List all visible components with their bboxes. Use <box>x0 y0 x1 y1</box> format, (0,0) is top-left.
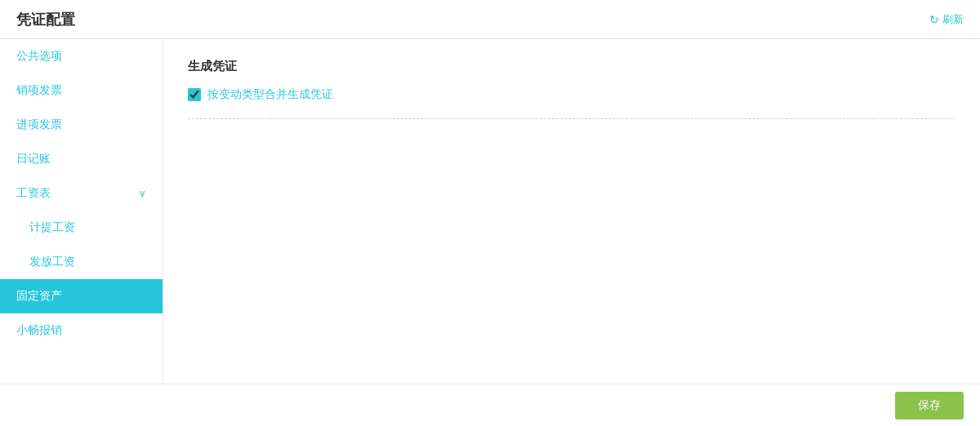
page-wrapper: 凭证配置 ↻ 刷新 公共选项销项发票进项发票日记账工资表∨计提工资发放工资固定资… <box>0 0 980 426</box>
sidebar-item-label-accrual-payroll: 计提工资 <box>29 220 75 235</box>
sidebar-item-label-journal: 日记账 <box>16 152 51 166</box>
page-header: 凭证配置 ↻ 刷新 <box>0 0 980 39</box>
save-button[interactable]: 保存 <box>895 392 964 419</box>
main-content: 生成凭证 按变动类型合并生成凭证 <box>163 39 980 384</box>
sidebar-item-accrual-payroll[interactable]: 计提工资 <box>0 211 163 245</box>
divider <box>188 118 956 119</box>
sidebar-item-pay-payroll[interactable]: 发放工资 <box>0 245 163 279</box>
sidebar-item-label-public-options: 公共选项 <box>16 49 62 64</box>
page-title: 凭证配置 <box>16 10 75 29</box>
sidebar-item-fixed-assets[interactable]: 固定资产 <box>0 279 163 313</box>
sidebar-item-label-pay-payroll: 发放工资 <box>29 255 75 269</box>
sidebar-item-label-purchase-invoice: 进项发票 <box>16 118 62 132</box>
sidebar-item-label-expense-report: 小畅报销 <box>16 323 62 338</box>
sidebar-item-journal[interactable]: 日记账 <box>0 142 163 176</box>
sidebar: 公共选项销项发票进项发票日记账工资表∨计提工资发放工资固定资产小畅报销 <box>0 39 163 384</box>
chevron-down-icon: ∨ <box>139 188 146 199</box>
sidebar-item-expense-report[interactable]: 小畅报销 <box>0 313 163 348</box>
refresh-button[interactable]: ↻ 刷新 <box>929 12 964 27</box>
sidebar-item-label-sales-invoice: 销项发票 <box>16 83 62 98</box>
checkbox-row: 按变动类型合并生成凭证 <box>188 87 956 102</box>
refresh-icon: ↻ <box>929 13 939 26</box>
page-body: 公共选项销项发票进项发票日记账工资表∨计提工资发放工资固定资产小畅报销 生成凭证… <box>0 39 980 384</box>
section-title: 生成凭证 <box>188 59 956 74</box>
sidebar-item-sales-invoice[interactable]: 销项发票 <box>0 73 163 108</box>
sidebar-item-payroll-sheet[interactable]: 工资表∨ <box>0 176 163 211</box>
merge-voucher-label[interactable]: 按变动类型合并生成凭证 <box>207 87 333 102</box>
sidebar-item-purchase-invoice[interactable]: 进项发票 <box>0 108 163 142</box>
merge-voucher-checkbox[interactable] <box>188 88 201 101</box>
sidebar-item-label-fixed-assets: 固定资产 <box>16 289 62 304</box>
page-footer: 保存 <box>0 384 980 426</box>
refresh-label: 刷新 <box>942 12 964 27</box>
sidebar-item-public-options[interactable]: 公共选项 <box>0 39 163 73</box>
sidebar-item-label-payroll-sheet: 工资表 <box>16 186 51 201</box>
